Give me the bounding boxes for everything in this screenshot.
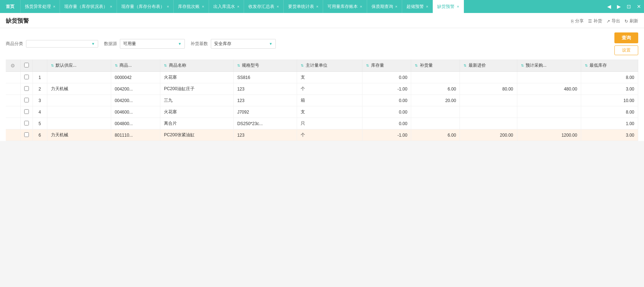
row-product-code-3: 004600... bbox=[111, 106, 160, 118]
row-supplier-0 bbox=[47, 72, 111, 83]
row-min-stock-5: 3.00 bbox=[581, 129, 638, 141]
row-est-purchase-0 bbox=[517, 72, 581, 83]
close-tab-demand-stat[interactable]: × bbox=[316, 4, 318, 9]
query-button[interactable]: 查询 bbox=[614, 32, 638, 43]
row-supplier-4 bbox=[47, 118, 111, 129]
tab-overstock[interactable]: 超储预警 × bbox=[402, 0, 433, 13]
row-unit-5: 个 bbox=[297, 129, 362, 141]
row-replenish-qty-3 bbox=[411, 106, 460, 118]
tab-available-account[interactable]: 可用量库存账本 × bbox=[323, 0, 367, 13]
settings-button[interactable]: 设置 bbox=[614, 45, 638, 55]
row-checkbox-0[interactable] bbox=[20, 72, 32, 83]
table-container: ⚙ ⇅ 默认供应... ⇅ 商品... ⇅ bbox=[0, 59, 644, 141]
tab-shortage[interactable]: 缺货预警 × bbox=[433, 0, 464, 13]
tab-inout-flow[interactable]: 出入库流水 × bbox=[209, 0, 244, 13]
tab-summary[interactable]: 收发存汇总表 × bbox=[244, 0, 283, 13]
close-tab-inout-flow[interactable]: × bbox=[237, 4, 239, 9]
row-gear-1[interactable] bbox=[6, 83, 20, 95]
row-checkbox-2[interactable] bbox=[20, 95, 32, 106]
refresh-button[interactable]: ↻ 刷新 bbox=[625, 18, 638, 24]
row-num-4: 5 bbox=[32, 118, 47, 129]
row-replenish-qty-5: 6.00 bbox=[411, 129, 460, 141]
row-checkbox-3[interactable] bbox=[20, 106, 32, 118]
category-select[interactable]: ▼ bbox=[26, 40, 98, 48]
row-unit-0: 支 bbox=[297, 72, 362, 83]
share-button[interactable]: ⎘ 分享 bbox=[571, 18, 584, 24]
row-stock-1: -1.00 bbox=[362, 83, 411, 95]
row-est-purchase-2 bbox=[517, 95, 581, 106]
close-tab-shortage[interactable]: × bbox=[457, 4, 459, 9]
row-est-purchase-1: 480.00 bbox=[517, 83, 581, 95]
row-num-5: 6 bbox=[32, 129, 47, 141]
nav-prev-btn[interactable]: ◀ bbox=[604, 4, 614, 9]
share-icon: ⎘ bbox=[571, 19, 574, 24]
row-product-name-1: PC200油缸庄子 bbox=[160, 83, 234, 95]
row-product-name-0: 火花塞 bbox=[160, 72, 234, 83]
row-spec-0: SS816 bbox=[234, 72, 297, 83]
th-product-name: ⇅ 商品名称 bbox=[160, 59, 234, 72]
tab-inventory-status[interactable]: 现存量（库存状况表） × bbox=[60, 0, 117, 13]
row-min-stock-4: 1.00 bbox=[581, 118, 638, 129]
datasource-select[interactable]: 可用量 ▼ bbox=[120, 39, 185, 49]
row-product-code-1: 004200... bbox=[111, 83, 160, 95]
th-rownum bbox=[32, 59, 47, 72]
gear-settings-icon[interactable]: ⚙ bbox=[10, 63, 15, 69]
row-gear-2[interactable] bbox=[6, 95, 20, 106]
sort-unit-icon: ⇅ bbox=[301, 63, 304, 67]
close-tab-available-account[interactable]: × bbox=[360, 4, 362, 9]
row-replenish-qty-0 bbox=[411, 72, 460, 83]
replenish-base-filter-group: 补货基数 安全库存 ▼ bbox=[191, 39, 276, 49]
header-actions: ⎘ 分享 ☰ 补货 ↗ 导出 ↻ 刷新 bbox=[571, 18, 638, 24]
close-tab-picking[interactable]: × bbox=[53, 4, 55, 9]
row-product-name-4: 离合片 bbox=[160, 118, 234, 129]
tab-expiry[interactable]: 保质期查询 × bbox=[367, 0, 402, 13]
refresh-icon: ↻ bbox=[625, 19, 628, 24]
row-unit-1: 个 bbox=[297, 83, 362, 95]
tab-inventory-dist[interactable]: 现存量（库存分布表） × bbox=[117, 0, 174, 13]
close-tab-inventory-status[interactable]: × bbox=[110, 4, 112, 9]
sort-min-stock-icon: ⇅ bbox=[585, 63, 588, 67]
row-stock-3: 0.00 bbox=[362, 106, 411, 118]
nav-next-btn[interactable]: ▶ bbox=[614, 4, 624, 9]
row-est-purchase-4 bbox=[517, 118, 581, 129]
select-all-checkbox[interactable] bbox=[24, 63, 29, 67]
table-row: 6 力天机械 801110... PC200张紧油缸 123 个 -1.00 6… bbox=[6, 129, 638, 141]
row-checkbox-5[interactable] bbox=[20, 129, 32, 141]
tab-demand-stat[interactable]: 要货单统计表 × bbox=[284, 0, 323, 13]
row-checkbox-4[interactable] bbox=[20, 118, 32, 129]
sort-product-name-icon: ⇅ bbox=[164, 63, 167, 67]
page-header: 缺货预警 ⎘ 分享 ☰ 补货 ↗ 导出 ↻ 刷新 bbox=[0, 13, 644, 28]
row-gear-3[interactable] bbox=[6, 106, 20, 118]
row-product-code-4: 004800... bbox=[111, 118, 160, 129]
row-min-stock-3: 8.00 bbox=[581, 106, 638, 118]
row-num-3: 4 bbox=[32, 106, 47, 118]
replenish-base-select[interactable]: 安全库存 ▼ bbox=[211, 39, 276, 49]
row-spec-2: 123 bbox=[234, 95, 297, 106]
row-gear-5[interactable] bbox=[6, 129, 20, 141]
tab-home[interactable]: 首页 bbox=[0, 0, 21, 13]
export-button[interactable]: ↗ 导出 bbox=[606, 18, 620, 24]
close-tab-expiry[interactable]: × bbox=[395, 4, 397, 9]
row-min-stock-1: 3.00 bbox=[581, 83, 638, 95]
category-filter-group: 商品分类 ▼ bbox=[6, 40, 98, 48]
close-tab-inventory-dist[interactable]: × bbox=[167, 4, 169, 9]
replenish-button[interactable]: ☰ 补货 bbox=[588, 18, 602, 24]
row-gear-4[interactable] bbox=[6, 118, 20, 129]
row-stock-2: 0.00 bbox=[362, 95, 411, 106]
row-gear-0[interactable] bbox=[6, 72, 20, 83]
close-tab-summary[interactable]: × bbox=[277, 4, 279, 9]
page-title: 缺货预警 bbox=[6, 17, 29, 25]
filter-actions: 查询 设置 bbox=[614, 32, 638, 55]
th-min-stock: ⇅ 最低库存 bbox=[581, 59, 638, 72]
row-spec-4: DS250*23c... bbox=[234, 118, 297, 129]
row-checkbox-1[interactable] bbox=[20, 83, 32, 95]
tab-batch-account[interactable]: 库存批次账 × bbox=[174, 0, 209, 13]
tab-picking[interactable]: 拣货异常处理 × bbox=[21, 0, 60, 13]
window-restore-btn[interactable]: ⊡ bbox=[624, 4, 634, 9]
top-nav: 首页 拣货异常处理 × 现存量（库存状况表） × 现存量（库存分布表） × 库存… bbox=[0, 0, 644, 13]
window-close-btn[interactable]: ✕ bbox=[634, 4, 644, 9]
th-supplier: ⇅ 默认供应... bbox=[47, 59, 111, 72]
close-tab-batch-account[interactable]: × bbox=[202, 4, 204, 9]
sort-product-code-icon: ⇅ bbox=[115, 63, 118, 67]
close-tab-overstock[interactable]: × bbox=[426, 4, 428, 9]
